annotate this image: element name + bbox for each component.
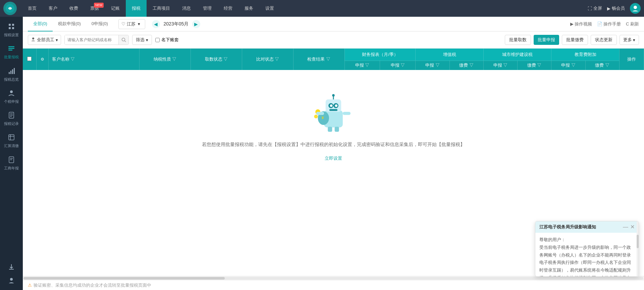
popup-header: 江苏电子税务局升级影响通知 — ✕ [535, 221, 639, 233]
svg-point-34 [335, 104, 337, 107]
batch-fetch-button[interactable]: 批量取数 [505, 35, 531, 45]
th-fetch-status: 取数状态 ▽ [191, 49, 242, 70]
search-button[interactable] [118, 35, 128, 45]
sidebar-item-settlement[interactable]: 汇算清缴 [0, 129, 23, 151]
th-vat: 增值税 [416, 49, 484, 61]
svg-point-13 [10, 90, 13, 93]
robot-illustration: ¥ [312, 90, 355, 134]
sidebar-item-batch-tax[interactable]: 批量报税 [0, 41, 23, 63]
nav-service[interactable]: 服务 [238, 0, 259, 17]
nav-business[interactable]: 工商项目 [147, 0, 176, 17]
nav-client[interactable]: 客户 [43, 0, 63, 17]
svg-rect-42 [316, 112, 324, 115]
svg-rect-35 [329, 109, 337, 111]
scroll-thumb[interactable] [23, 277, 225, 280]
svg-rect-12 [14, 68, 15, 74]
scroll-track [23, 277, 643, 280]
status-update-button[interactable]: 状态更新 [591, 35, 617, 45]
manual-icon: 📄 [597, 21, 602, 26]
annual-report-icon [7, 155, 16, 164]
tab-bar: 全部(0) 税款申报(0) 0申报(0) ♡ 江苏 ▾ ◀ 2023年05月 ▶ [23, 17, 644, 31]
tax-records-icon [7, 111, 16, 120]
operation-video-button[interactable]: ▶ 操作视频 [570, 21, 592, 27]
nav-operation[interactable]: 经营 [218, 0, 238, 17]
fullscreen-icon: ⛶ [588, 6, 592, 11]
tab-tax-declaration[interactable]: 税款申报(0) [53, 17, 86, 31]
sidebar-bottom [0, 261, 23, 290]
popup-minimize-button[interactable]: — [623, 224, 628, 230]
nav-settings-top[interactable]: 设置 [259, 0, 280, 17]
operation-manual-button[interactable]: 📄 操作手册 [597, 21, 621, 27]
region-selector[interactable]: ♡ 江苏 ▾ [118, 19, 145, 29]
sidebar-item-tax-records[interactable]: 报税记录 [0, 107, 23, 129]
select-all-checkbox[interactable] [27, 57, 32, 61]
popup-content: 尊敬的用户： 受当前电子税务局进一步升级的影响，同一个政务网账号（办税人）名下的… [539, 236, 635, 276]
filter-button[interactable]: 筛选 ▾ [132, 35, 152, 45]
sidebar-item-annual-report[interactable]: 工商年报 [0, 152, 23, 174]
batch-declare-button[interactable]: 批量申报 [534, 35, 559, 45]
th-client-name: 客户名称 ▽ [48, 49, 140, 70]
popup-scroll-thumb[interactable] [637, 235, 639, 248]
refresh-button[interactable]: C 刷新 [626, 21, 639, 27]
th-financial-pay: 申报 ▽ [380, 61, 416, 70]
sidebar-label-personal-tax: 个税申报 [4, 99, 19, 104]
tab-all[interactable]: 全部(0) [28, 17, 53, 31]
vip-button[interactable]: ▶ 畅会员 [607, 5, 625, 11]
th-tax-type: 纳税性质 ▽ [140, 49, 191, 70]
toolbar-right: 批量取数 批量申报 批量缴费 状态更新 更多 ▾ [505, 35, 639, 45]
nav-tax[interactable]: 报税 [126, 0, 147, 17]
svg-rect-43 [343, 112, 351, 115]
region-icon: ♡ [121, 21, 125, 26]
th-edu-declare: 申报 ▽ [551, 61, 585, 70]
setup-link[interactable]: 立即设置 [325, 155, 342, 161]
sidebar-item-personal-tax[interactable]: 个税申报 [0, 85, 23, 107]
popup-scrollbar[interactable] [637, 221, 639, 276]
more-button[interactable]: 更多 ▾ [620, 35, 639, 45]
sidebar-download-button[interactable] [5, 261, 17, 273]
batch-pay-button[interactable]: 批量缴费 [562, 35, 588, 45]
sidebar-label-tax-summary: 报税总览 [4, 77, 19, 82]
svg-rect-9 [9, 72, 10, 74]
accounts-checkbox[interactable] [155, 38, 160, 42]
sidebar-user-button[interactable] [5, 275, 17, 287]
svg-rect-5 [12, 27, 14, 29]
nav-billing[interactable]: 收费 [63, 0, 84, 17]
empty-state: ¥ [23, 70, 644, 182]
toolbar: 全部员工 ▾ 筛选 ▾ 名下账套 批量取数 [23, 31, 644, 49]
fullscreen-button[interactable]: ⛶ 全屏 [588, 5, 602, 11]
date-prev-button[interactable]: ◀ [152, 20, 160, 28]
th-settings: ⚙ [36, 49, 48, 70]
svg-rect-3 [12, 24, 14, 26]
chevron-down-icon: ▾ [56, 38, 58, 43]
nav-accounting[interactable]: 记账 [105, 0, 126, 17]
tax-settings-icon [7, 22, 16, 31]
svg-line-28 [124, 41, 126, 42]
date-next-button[interactable]: ▶ [192, 20, 200, 28]
play-icon: ▶ [607, 6, 610, 11]
nav-message[interactable]: 消息 [176, 0, 197, 17]
sidebar-item-tax-settings[interactable]: 报税设置 [0, 18, 23, 41]
nav-home[interactable]: 首页 [22, 0, 43, 17]
date-display: 2023年05月 [163, 21, 190, 27]
popup-close-button[interactable]: ✕ [630, 224, 635, 230]
sidebar-label-tax-records: 报税记录 [4, 121, 19, 126]
svg-text:¥: ¥ [321, 116, 324, 120]
bottom-notice: ⚠ 验证账密、采集信息均成功的企业才会流转至批量报税页面中 [23, 280, 644, 290]
th-vat-pay: 缴费 ▽ [449, 61, 483, 70]
svg-rect-4 [9, 27, 11, 29]
sidebar-item-tax-summary[interactable]: 报税总览 [0, 63, 23, 85]
tax-summary-icon [7, 66, 16, 76]
checkbox-accounts[interactable]: 名下账套 [155, 37, 179, 43]
popup-notification: 江苏电子税务局升级影响通知 — ✕ 尊敬的用户： 受当前电子税务局进一步升级的影… [535, 221, 639, 277]
th-city-pay: 缴费 ▽ [518, 61, 551, 70]
employee-filter-dropdown[interactable]: 全部员工 ▾ [28, 35, 61, 45]
nav-invoice[interactable]: 票据 NEW [84, 0, 105, 17]
nav-management[interactable]: 管理 [197, 0, 218, 17]
svg-rect-2 [9, 24, 11, 26]
chevron-down-icon: ▾ [633, 38, 635, 43]
empty-message: 若您想使用批量报税功能，请先在【报税设置】中进行报税的初始化设置，完成密码验证和… [202, 140, 465, 149]
user-avatar[interactable] [630, 3, 641, 14]
th-city-construction: 城市维护建设税 [483, 49, 551, 61]
tab-zero-declaration[interactable]: 0申报(0) [86, 17, 113, 31]
search-input[interactable] [65, 35, 118, 45]
